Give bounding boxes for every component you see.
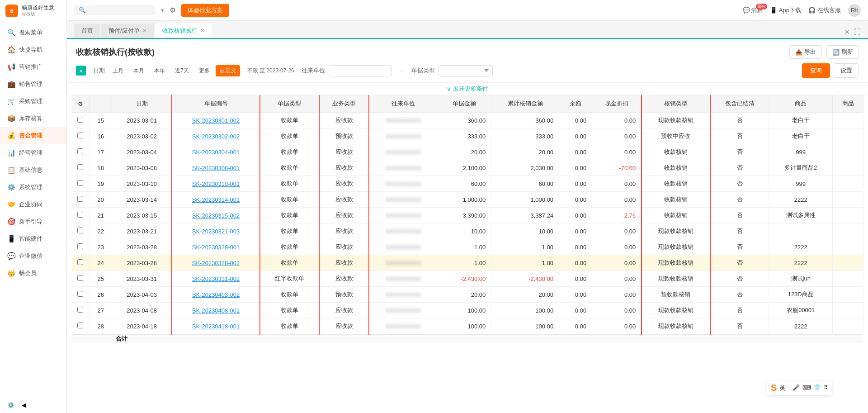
date-btn-this-month[interactable]: 本月 <box>129 65 148 76</box>
row-checkbox[interactable] <box>77 180 83 186</box>
bill-no-link[interactable]: SK-20230418-001 <box>192 323 240 330</box>
cell-checkbox[interactable] <box>71 303 90 318</box>
export-button[interactable]: 📤 导出 <box>789 45 822 59</box>
refresh-button[interactable]: 🔄 刷新 <box>826 45 859 59</box>
tab-home[interactable]: 首页 <box>74 24 100 38</box>
topbar-dropdown-arrow[interactable]: ▾ <box>161 7 164 14</box>
row-checkbox[interactable] <box>77 148 83 154</box>
bill-no-link[interactable]: SK-20230331-002 <box>192 275 240 282</box>
row-checkbox[interactable] <box>77 291 83 297</box>
sidebar-item-quick-nav[interactable]: 🏠快捷导航 <box>0 41 66 58</box>
table-container[interactable]: ⚙ 日期 单据编号 单据类型 业务类型 往来单位 单据金额 累计核销金额 余额 … <box>67 95 868 413</box>
bill-no-link[interactable]: SK-20230403-002 <box>192 291 240 298</box>
row-checkbox[interactable] <box>77 228 83 233</box>
bill-no-link[interactable]: SK-20230328-002 <box>192 260 240 266</box>
notification-area[interactable]: 💬 消息 99+ <box>743 6 763 14</box>
cell-checkbox[interactable] <box>71 239 90 255</box>
cell-checkbox[interactable] <box>71 271 90 287</box>
bill-no-link[interactable]: SK-20230328-001 <box>192 244 240 251</box>
col-cash-discount[interactable]: 现金折扣 <box>592 95 642 113</box>
tab-payment-exec[interactable]: 收款核销执行 ✕ <box>155 24 212 38</box>
date-btn-custom[interactable]: 自定义 <box>216 65 240 76</box>
col-bill-no[interactable]: 单据编号 <box>172 95 260 113</box>
sidebar-item-operations[interactable]: 📊经营管理 <box>0 144 66 161</box>
sidebar-item-beginner[interactable]: 🎯新手引导 <box>0 213 66 230</box>
cell-checkbox[interactable] <box>71 160 90 176</box>
tab-prepay-payable[interactable]: 预付/应付单 ✕ <box>101 24 154 38</box>
bill-no-link[interactable]: SK-20230304-001 <box>192 149 240 156</box>
cell-checkbox[interactable] <box>71 176 90 192</box>
query-button[interactable]: 查询 <box>802 63 830 78</box>
sidebar-item-sys-mgmt[interactable]: ⚙️系统管理 <box>0 179 66 196</box>
sidebar-item-sales[interactable]: 💼销售管理 <box>0 76 66 93</box>
sidebar-item-purchase[interactable]: 🛒采购管理 <box>0 93 66 110</box>
date-btn-7days[interactable]: 近7天 <box>171 65 193 76</box>
date-btn-more[interactable]: 更多 <box>195 65 214 76</box>
more-conditions-bar[interactable]: ∨ 展开更多条件 <box>67 83 868 95</box>
row-checkbox[interactable] <box>77 307 83 313</box>
settings-icon[interactable]: ⚙️ <box>7 402 14 408</box>
bill-no-link[interactable]: SK-20230321-003 <box>192 228 240 235</box>
industry-solution-button[interactable]: 体验行业方案 <box>181 4 229 17</box>
cell-checkbox[interactable] <box>71 255 90 271</box>
collapse-icon[interactable]: ◀ <box>22 402 26 408</box>
tab-payment-close[interactable]: ✕ <box>200 28 205 34</box>
cell-checkbox[interactable] <box>71 144 90 160</box>
tab-prepay-close[interactable]: ✕ <box>142 28 147 34</box>
col-cum-cancel[interactable]: 累计核销金额 <box>491 95 559 113</box>
fullscreen-icon[interactable]: ⛶ <box>854 28 861 36</box>
col-balance[interactable]: 余额 <box>559 95 592 113</box>
col-bill-type[interactable]: 单据类型 <box>260 95 319 113</box>
sidebar-item-vip[interactable]: 👑畅会员 <box>0 265 66 282</box>
bill-no-link[interactable]: SK-20230314-001 <box>192 196 240 203</box>
col-incl-settled[interactable]: 包含已结清 <box>710 95 769 113</box>
bill-no-link[interactable]: SK-20230315-002 <box>192 212 240 219</box>
row-checkbox[interactable] <box>77 323 83 328</box>
cell-checkbox[interactable] <box>71 113 90 128</box>
bill-type-select[interactable] <box>439 65 493 76</box>
cell-checkbox[interactable] <box>71 318 90 335</box>
date-btn-last-month[interactable]: 上月 <box>108 65 127 76</box>
bill-no-link[interactable]: SK-20230302-002 <box>192 133 240 140</box>
close-window-icon[interactable]: ✕ <box>844 28 850 36</box>
col-gear[interactable]: ⚙ <box>71 95 90 113</box>
row-checkbox[interactable] <box>77 212 83 218</box>
row-checkbox[interactable] <box>77 243 83 249</box>
row-checkbox[interactable] <box>77 133 83 138</box>
col-goods1[interactable]: 商品 <box>769 95 833 113</box>
col-bill-amount[interactable]: 单据金额 <box>437 95 491 113</box>
partner-input[interactable] <box>329 65 392 76</box>
cell-checkbox[interactable] <box>71 192 90 208</box>
date-btn-this-year[interactable]: 本年 <box>150 65 169 76</box>
sidebar-item-smart-hw[interactable]: 📱智能硬件 <box>0 230 66 247</box>
row-checkbox[interactable] <box>77 117 83 123</box>
sidebar-item-base-info[interactable]: 📋基础信息 <box>0 161 66 179</box>
user-avatar[interactable]: Rit <box>848 4 861 17</box>
filter-expand-button[interactable]: » <box>76 66 86 76</box>
row-checkbox[interactable] <box>77 196 83 202</box>
settings-gear-icon[interactable]: ⚙ <box>170 6 176 14</box>
col-biz-type[interactable]: 业务类型 <box>319 95 369 113</box>
cell-checkbox[interactable] <box>71 287 90 303</box>
col-cancel-type[interactable]: 核销类型 <box>642 95 710 113</box>
col-date[interactable]: 日期 <box>112 95 172 113</box>
sidebar-item-search-menu[interactable]: 🔍搜索菜单 <box>0 24 66 41</box>
col-partner[interactable]: 往来单位 <box>369 95 437 113</box>
row-checkbox[interactable] <box>77 275 83 281</box>
row-checkbox[interactable] <box>77 164 83 170</box>
sidebar-item-marketing[interactable]: 📢营销推广 <box>0 58 66 76</box>
row-checkbox[interactable] <box>77 259 83 265</box>
sidebar-item-finance[interactable]: 💰资金管理 <box>0 127 66 144</box>
cell-checkbox[interactable] <box>71 128 90 144</box>
bill-no-link[interactable]: SK-20230408-001 <box>192 307 240 314</box>
setting-button[interactable]: 设置 <box>834 63 859 78</box>
online-service[interactable]: 🎧 在线客服 <box>808 6 841 14</box>
bill-no-link[interactable]: SK-20230301-002 <box>192 117 240 124</box>
sidebar-item-corp-coop[interactable]: 🤝企业协同 <box>0 196 66 213</box>
sidebar-item-inventory[interactable]: 📦库存核算 <box>0 110 66 127</box>
bill-no-link[interactable]: SK-20230308-001 <box>192 165 240 171</box>
app-download[interactable]: 📱 App下载 <box>770 6 801 14</box>
sidebar-bottom[interactable]: ⚙️ ◀ <box>0 397 66 413</box>
cell-checkbox[interactable] <box>71 208 90 223</box>
bill-no-link[interactable]: SK-20230310-001 <box>192 180 240 187</box>
